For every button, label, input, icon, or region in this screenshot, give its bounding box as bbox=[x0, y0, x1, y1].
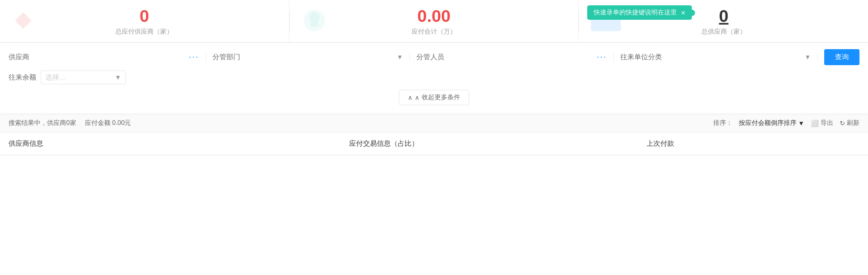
refresh-label: 刷新 bbox=[847, 119, 859, 128]
shortcut-tooltip: 快速录单的快捷键说明在这里 × bbox=[587, 5, 692, 20]
payable-suppliers-number: 0 bbox=[139, 6, 149, 26]
stat-payable-suppliers: 0 总应付供应商（家） bbox=[0, 0, 289, 42]
department-select[interactable]: ▼ bbox=[244, 53, 403, 61]
sort-label: 排序： bbox=[713, 119, 732, 128]
manager-label: 分管人员 bbox=[416, 52, 444, 62]
col-supplier-header: 供应商信息 bbox=[9, 139, 349, 148]
sort-option: 按应付会额倒序排序 bbox=[739, 119, 796, 128]
unit-category-chevron: ▼ bbox=[804, 53, 811, 61]
supplier-filter: 供应商 ··· bbox=[9, 52, 206, 62]
collapse-button[interactable]: ∧ ∧ 收起更多条件 bbox=[399, 90, 469, 105]
supplier-count: 搜索结果中，供应商0家 bbox=[9, 119, 76, 128]
supplier-dots[interactable]: ··· bbox=[189, 52, 199, 62]
table-header: 供应商信息 应付交易信息（占比） 上次付款 bbox=[0, 132, 868, 155]
payable-total-label: 应付合计（万） bbox=[412, 27, 456, 36]
filter-row-1: 供应商 ··· 分管部门 ▼ 分管人员 ··· 往来单位分类 ▼ bbox=[9, 49, 859, 65]
total-suppliers-label: 总供应商（家） bbox=[701, 27, 746, 36]
stats-bar: 0 总应付供应商（家） 0.00 应付合计（万） 快速录单的快捷键说明在这里 × bbox=[0, 0, 868, 43]
svg-point-2 bbox=[309, 12, 320, 22]
result-info: 搜索结果中，供应商0家 应付金额 0.00元 bbox=[9, 119, 131, 128]
department-label: 分管部门 bbox=[212, 52, 240, 62]
total-suppliers-number[interactable]: 0 bbox=[719, 6, 729, 26]
data-table: 供应商信息 应付交易信息（占比） 上次付款 bbox=[0, 132, 868, 275]
col-payment-header: 上次付款 bbox=[646, 139, 859, 148]
export-label: 导出 bbox=[820, 119, 833, 128]
filter-bar: 供应商 ··· 分管部门 ▼ 分管人员 ··· 往来单位分类 ▼ bbox=[0, 43, 868, 114]
department-chevron: ▼ bbox=[397, 53, 403, 61]
result-actions: 排序： 按应付会额倒序排序 ▼ ⬜ 导出 ↻ 刷新 bbox=[713, 119, 859, 128]
unit-category-label: 往来单位分类 bbox=[620, 52, 662, 62]
col-trade-header: 应付交易信息（占比） bbox=[349, 139, 647, 148]
pig-icon bbox=[301, 6, 328, 36]
payable-total-number: 0.00 bbox=[417, 6, 451, 26]
svg-rect-3 bbox=[310, 21, 319, 27]
manager-dots[interactable]: ··· bbox=[597, 52, 607, 62]
refresh-icon: ↻ bbox=[840, 120, 845, 127]
department-filter: 分管部门 ▼ bbox=[206, 52, 410, 62]
diamond-icon bbox=[11, 7, 36, 35]
sort-chevron: ▼ bbox=[798, 120, 804, 127]
table-body bbox=[0, 155, 868, 275]
svg-rect-0 bbox=[15, 12, 31, 28]
unit-category-select[interactable]: ▼ bbox=[666, 53, 811, 61]
payable-suppliers-label: 总应付供应商（家） bbox=[115, 27, 173, 36]
collapse-label: 收起更多条件 bbox=[422, 93, 460, 102]
unit-category-filter: 往来单位分类 ▼ bbox=[614, 52, 818, 62]
manager-input[interactable] bbox=[448, 53, 593, 61]
export-button[interactable]: ⬜ 导出 bbox=[811, 119, 833, 128]
stat-payable-total: 0.00 应付合计（万） bbox=[290, 0, 579, 42]
tooltip-text: 快速录单的快捷键说明在这里 bbox=[594, 8, 677, 17]
balance-label: 往来余额 bbox=[9, 73, 36, 82]
balance-chevron: ▼ bbox=[115, 74, 121, 81]
tooltip-close-btn[interactable]: × bbox=[681, 9, 685, 17]
supplier-label: 供应商 bbox=[9, 52, 31, 62]
sort-select[interactable]: 按应付会额倒序排序 ▼ bbox=[739, 119, 804, 128]
balance-select[interactable]: 选择... ▼ bbox=[41, 70, 126, 84]
supplier-input[interactable] bbox=[35, 53, 185, 61]
manager-filter: 分管人员 ··· bbox=[410, 52, 614, 62]
query-button[interactable]: 查询 bbox=[824, 49, 859, 65]
export-icon: ⬜ bbox=[811, 120, 819, 127]
balance-placeholder: 选择... bbox=[45, 73, 115, 82]
result-bar: 搜索结果中，供应商0家 应付金额 0.00元 排序： 按应付会额倒序排序 ▼ ⬜… bbox=[0, 114, 868, 132]
collapse-icon: ∧ ∧ bbox=[408, 94, 419, 101]
refresh-button[interactable]: ↻ 刷新 bbox=[840, 119, 859, 128]
payable-amount: 应付金额 0.00元 bbox=[85, 119, 131, 128]
filter-row-2: 往来余额 选择... ▼ bbox=[9, 70, 859, 84]
